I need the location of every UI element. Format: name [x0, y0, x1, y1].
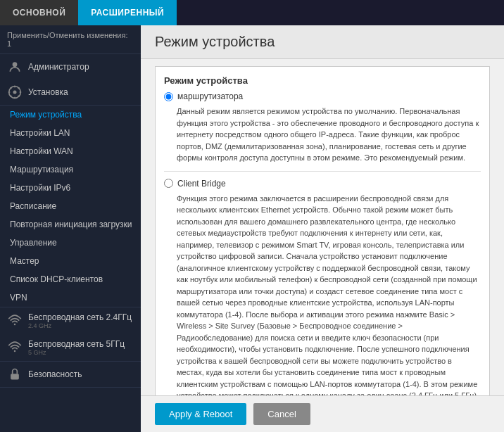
sidebar-item-setup[interactable]: Установка	[0, 80, 141, 105]
sidebar-wifi5-sublabel: 5 GHz	[28, 349, 125, 356]
svg-point-2	[14, 324, 16, 326]
main-layout: Применить/Отменить изменения: 1 Админист…	[0, 25, 504, 432]
sidebar-item-admin[interactable]: Администратор	[0, 54, 141, 80]
content-footer: Apply & Reboot Cancel	[141, 395, 504, 432]
mode-divider	[164, 171, 481, 172]
mode-bridge-description: Функция этого режима заключается в расши…	[164, 193, 481, 396]
sidebar-section-admin: Администратор Установка	[0, 54, 141, 106]
sidebar-apply-label: Применить/Отменить изменения: 1	[0, 25, 141, 54]
content-header: Режим устройства	[141, 25, 504, 59]
sidebar-item-device-mode[interactable]: Режим устройства	[0, 106, 141, 124]
mode-router-label: маршрутизатора	[177, 91, 243, 101]
device-mode-heading: Режим устройства	[164, 75, 481, 86]
sidebar-item-management[interactable]: Управление	[0, 234, 141, 252]
sidebar-item-wifi24[interactable]: Беспроводная сеть 2.4ГГц 2.4 GHz	[0, 307, 141, 334]
nav-advanced[interactable]: РАСШИРЕННЫЙ	[78, 0, 177, 25]
sidebar-setup-label: Установка	[28, 87, 68, 97]
gear-icon	[7, 84, 23, 100]
mode-bridge-option: Client Bridge Функция этого режима заклю…	[164, 179, 481, 396]
sidebar-section-security: Безопасность	[0, 362, 141, 388]
svg-point-3	[14, 350, 16, 352]
sidebar-item-wizard[interactable]: Мастер	[0, 252, 141, 270]
wifi24-icon	[7, 313, 23, 329]
nav-basic[interactable]: ОСНОВНОЙ	[0, 0, 78, 25]
svg-rect-4	[11, 374, 19, 379]
sidebar-item-security[interactable]: Безопасность	[0, 362, 141, 387]
content-area: Режим устройства Режим устройства маршру…	[141, 25, 504, 432]
sidebar-wifi24-label: Беспроводная сеть 2.4ГГц	[28, 312, 132, 322]
sidebar-security-label: Безопасность	[28, 369, 82, 379]
sidebar-item-ipv6[interactable]: Настройки IPv6	[0, 179, 141, 197]
sidebar-item-routing[interactable]: Маршрутизация	[0, 160, 141, 179]
mode-bridge-label-row: Client Bridge	[164, 179, 481, 189]
sidebar-section-wireless: Беспроводная сеть 2.4ГГц 2.4 GHz Беспров…	[0, 307, 141, 362]
page-title: Режим устройства	[155, 34, 490, 50]
wifi5-icon	[7, 340, 23, 355]
sidebar-item-lan[interactable]: Настройки LAN	[0, 124, 141, 142]
apply-reboot-button[interactable]: Apply & Reboot	[155, 403, 246, 425]
sidebar-item-vpn[interactable]: VPN	[0, 288, 141, 307]
sidebar-admin-label: Администратор	[28, 62, 89, 72]
sidebar-item-dhcp[interactable]: Список DHCP-клиентов	[0, 270, 141, 288]
svg-point-1	[13, 91, 17, 94]
cancel-button[interactable]: Cancel	[253, 403, 310, 425]
mode-bridge-label: Client Bridge	[177, 179, 226, 189]
sidebar-section-nav: Режим устройства Настройки LAN Настройки…	[0, 106, 141, 307]
content-body: Режим устройства маршрутизатора Данный р…	[141, 59, 504, 395]
admin-icon	[7, 59, 23, 75]
sidebar: Применить/Отменить изменения: 1 Админист…	[0, 25, 141, 432]
mode-router-radio[interactable]	[164, 92, 173, 101]
lock-icon	[7, 367, 23, 382]
mode-router-label-row: маршрутизатора	[164, 91, 481, 101]
sidebar-item-schedule[interactable]: Расписание	[0, 197, 141, 215]
mode-router-description: Данный режим является режимом устройства…	[164, 106, 481, 164]
mode-router-option: маршрутизатора Данный режим является реж…	[164, 91, 481, 164]
svg-point-0	[13, 62, 18, 67]
sidebar-item-reboot[interactable]: Повторная инициация загрузки	[0, 215, 141, 234]
sidebar-wifi24-sublabel: 2.4 GHz	[28, 322, 132, 329]
sidebar-item-wifi5[interactable]: Беспроводная сеть 5ГГц 5 GHz	[0, 334, 141, 361]
sidebar-item-wan[interactable]: Настройки WAN	[0, 142, 141, 160]
device-mode-box: Режим устройства маршрутизатора Данный р…	[155, 66, 490, 395]
top-navigation: ОСНОВНОЙ РАСШИРЕННЫЙ	[0, 0, 504, 25]
sidebar-wifi5-label: Беспроводная сеть 5ГГц	[28, 339, 125, 349]
mode-bridge-radio[interactable]	[164, 179, 173, 188]
